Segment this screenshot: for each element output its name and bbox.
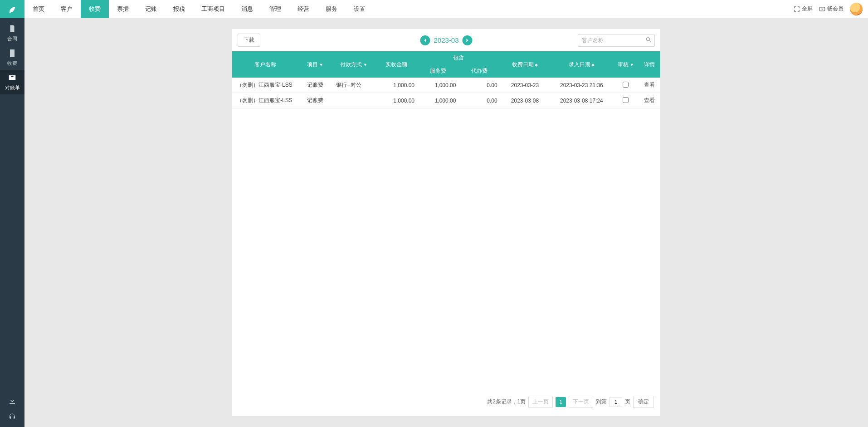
sort-icon: ◆ <box>535 63 538 67</box>
table-row: （勿删）江西服宝-LSS记账费银行--对公1,000.001,000.000.0… <box>232 78 660 93</box>
sidebar: 合同¥收费对账单 <box>0 18 24 427</box>
member-button[interactable]: 畅会员 <box>819 5 844 13</box>
svg-point-3 <box>646 37 649 40</box>
cell-servicefee: 1,000.00 <box>417 93 458 108</box>
prev-month-button[interactable] <box>420 35 430 45</box>
pager-summary: 共2条记录，1页 <box>487 398 526 406</box>
table-header: 客户名称 项目▼ 付款方式▼ 实收金额 包含 收费日期◆ 录入日期◆ 审核▼ 详… <box>232 51 660 78</box>
next-month-button[interactable] <box>463 35 473 45</box>
col-project[interactable]: 项目▼ <box>298 51 332 78</box>
play-icon <box>819 6 825 12</box>
col-audit[interactable]: 审核▼ <box>613 51 638 78</box>
cell-project: 记账费 <box>298 78 332 93</box>
prev-page-button[interactable]: 上一页 <box>528 396 553 408</box>
goto-prefix: 到第 <box>596 398 607 406</box>
col-detail: 详情 <box>638 51 660 78</box>
member-label: 畅会员 <box>827 5 844 13</box>
sidebar-item-contract[interactable]: 合同 <box>0 21 24 45</box>
goto-suffix: 页 <box>625 398 630 406</box>
cell-chargedate: 2023-03-23 <box>500 78 550 93</box>
period-label: 2023-03 <box>434 36 458 44</box>
goto-confirm-button[interactable]: 确定 <box>633 396 654 408</box>
cell-customer: （勿删）江西服宝-LSS <box>232 93 298 108</box>
caret-down-icon: ▼ <box>363 63 367 67</box>
nav-item-5[interactable]: 报税 <box>165 0 193 18</box>
download-center-icon[interactable] <box>8 397 16 407</box>
cell-detail: 查看 <box>638 93 660 108</box>
nav-item-4[interactable]: 记账 <box>137 0 165 18</box>
nav-item-9[interactable]: 经营 <box>289 0 317 18</box>
sort-icon: ◆ <box>591 63 595 67</box>
view-link[interactable]: 查看 <box>644 82 655 88</box>
download-button[interactable]: 下载 <box>238 34 260 47</box>
view-link[interactable]: 查看 <box>644 97 655 103</box>
table-row: （勿删）江西服宝-LSS记账费1,000.001,000.000.002023-… <box>232 93 660 108</box>
cell-entrydate: 2023-03-23 21:36 <box>550 78 613 93</box>
col-customer: 客户名称 <box>232 51 298 78</box>
cell-audit <box>613 78 638 93</box>
top-nav: 首页客户收费票据记账报税工商项目消息管理经营服务设置 全屏 畅会员 <box>0 0 868 18</box>
leaf-icon <box>8 5 17 14</box>
search-box <box>578 34 655 47</box>
caret-down-icon: ▼ <box>630 63 634 67</box>
col-servicefee: 服务费 <box>417 64 458 78</box>
cell-detail: 查看 <box>638 78 660 93</box>
search-icon[interactable] <box>645 36 652 44</box>
nav-right: 全屏 畅会员 <box>794 0 863 18</box>
col-actual: 实收金额 <box>376 51 417 78</box>
nav-item-2[interactable]: 收费 <box>81 0 109 18</box>
panel: 下载 2023-03 客户名称 项目▼ 付款方式▼ 实 <box>232 29 660 416</box>
next-page-button[interactable]: 下一页 <box>569 396 593 408</box>
cell-entrydate: 2023-03-08 17:24 <box>550 93 613 108</box>
cell-agencyfee: 0.00 <box>458 93 500 108</box>
nav-item-10[interactable]: 服务 <box>317 0 346 18</box>
nav-item-8[interactable]: 管理 <box>261 0 289 18</box>
data-table: 客户名称 项目▼ 付款方式▼ 实收金额 包含 收费日期◆ 录入日期◆ 审核▼ 详… <box>232 51 660 108</box>
table-body: （勿删）江西服宝-LSS记账费银行--对公1,000.001,000.000.0… <box>232 78 660 108</box>
sidebar-item-label: 对账单 <box>5 84 20 91</box>
audit-checkbox[interactable] <box>623 97 629 103</box>
cell-paymethod: 银行--对公 <box>332 78 375 93</box>
sidebar-item-fee[interactable]: ¥收费 <box>0 45 24 70</box>
cell-actual: 1,000.00 <box>376 78 417 93</box>
sidebar-item-label: 合同 <box>7 35 17 42</box>
avatar[interactable] <box>850 3 863 15</box>
cell-agencyfee: 0.00 <box>458 78 500 93</box>
nav-item-0[interactable]: 首页 <box>24 0 53 18</box>
chevron-right-icon <box>465 38 470 43</box>
page-number[interactable]: 1 <box>556 397 566 407</box>
search-input[interactable] <box>582 37 642 44</box>
fullscreen-button[interactable]: 全屏 <box>794 5 813 13</box>
statement-icon <box>8 74 16 83</box>
panel-toolbar: 下载 2023-03 <box>232 29 660 51</box>
logo[interactable] <box>0 0 24 18</box>
fullscreen-label: 全屏 <box>802 5 813 13</box>
nav-item-3[interactable]: 票据 <box>109 0 137 18</box>
col-agencyfee: 代办费 <box>458 64 500 78</box>
fullscreen-icon <box>794 6 800 12</box>
period-switch: 2023-03 <box>420 35 472 45</box>
caret-down-icon: ▼ <box>319 63 323 67</box>
layout: 合同¥收费对账单 下载 2023-03 <box>0 18 868 427</box>
audit-checkbox[interactable] <box>623 82 629 88</box>
cell-chargedate: 2023-03-08 <box>500 93 550 108</box>
cell-audit <box>613 93 638 108</box>
nav-item-1[interactable]: 客户 <box>53 0 81 18</box>
cell-customer: （勿删）江西服宝-LSS <box>232 78 298 93</box>
pager: 共2条记录，1页 上一页 1 下一页 到第 页 确定 <box>232 392 660 412</box>
col-include: 包含 <box>417 51 500 64</box>
nav-item-6[interactable]: 工商项目 <box>193 0 233 18</box>
cell-servicefee: 1,000.00 <box>417 78 458 93</box>
col-paymethod[interactable]: 付款方式▼ <box>332 51 375 78</box>
nav-item-7[interactable]: 消息 <box>233 0 261 18</box>
nav-item-11[interactable]: 设置 <box>346 0 374 18</box>
chevron-left-icon <box>423 38 427 43</box>
page-input[interactable] <box>610 397 622 407</box>
support-icon[interactable] <box>8 413 16 422</box>
sidebar-bottom <box>8 397 16 422</box>
col-entrydate[interactable]: 录入日期◆ <box>550 51 613 78</box>
fee-icon: ¥ <box>8 49 16 58</box>
sidebar-item-statement[interactable]: 对账单 <box>0 70 24 94</box>
col-chargedate[interactable]: 收费日期◆ <box>500 51 550 78</box>
contract-icon <box>8 25 16 34</box>
